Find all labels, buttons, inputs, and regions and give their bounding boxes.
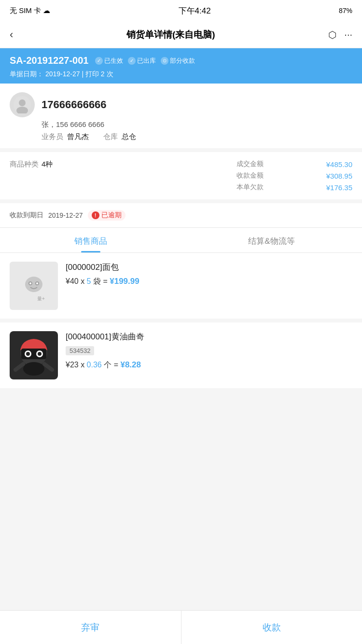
cookie-price: ¥23 [66, 361, 79, 369]
back-button[interactable]: ‹ [10, 28, 13, 41]
overdue-badge: ! 已逾期 [88, 210, 125, 221]
cancel-label: 弃审 [81, 621, 99, 634]
badge-shipped-label: 已出库 [137, 56, 156, 65]
overdue-icon: ! [92, 211, 99, 219]
svg-point-8 [36, 282, 38, 284]
cookie-total: ¥8.28 [120, 360, 141, 369]
check-icon-shipped: ✓ [128, 57, 136, 65]
received-amount-label: 收款金额 [237, 171, 264, 180]
product-name-cookie: [000400001]黄油曲奇 [66, 331, 352, 342]
nav-right: ⬡ ··· [328, 29, 352, 41]
nav-left: ‹ [10, 28, 13, 41]
product-tag-cookie: 534532 [66, 346, 94, 355]
customer-section: 17666666666 张，156 6666 6666 业务员 曾凡杰 仓库 总… [0, 84, 362, 148]
cancel-review-button[interactable]: 弃审 [0, 611, 181, 644]
print-count: 2 [101, 70, 105, 78]
badge-partial-label: 部分收款 [170, 56, 195, 65]
nav-bar: ‹ 销货单详情(来自电脑) ⬡ ··· [0, 21, 362, 48]
nav-title: 销货单详情(来自电脑) [126, 28, 215, 41]
tab-settlement-label: 结算&物流等 [248, 237, 294, 246]
product-type-row: 商品种类 4种 [10, 160, 53, 169]
svg-point-15 [26, 352, 30, 356]
battery-icon: 87% [339, 7, 352, 14]
customer-phone: 17666666666 [42, 98, 107, 111]
due-date-label: 收款到期日 [10, 211, 43, 220]
banner-row1: SA-20191227-001 ✓ 已生效 ✓ 已出库 ⊙ 部分收款 [10, 55, 352, 66]
due-date-value: 2019-12-27 [48, 211, 83, 219]
product-type-value: 4种 [42, 160, 53, 169]
badge-generated: ✓ 已生效 [95, 56, 123, 65]
sales-meta: 业务员 曾凡杰 [42, 132, 89, 141]
header-banner: SA-20191227-001 ✓ 已生效 ✓ 已出库 ⊙ 部分收款 单据日期：… [0, 48, 362, 84]
svg-point-7 [29, 282, 31, 284]
svg-point-17 [23, 362, 44, 376]
customer-sub: 张，156 6666 6666 [42, 120, 352, 129]
product-type-label: 商品种类 [10, 160, 39, 169]
trade-amount-row: 成交金额 ¥485.30 [237, 160, 352, 168]
more-icon[interactable]: ··· [344, 29, 352, 40]
svg-point-1 [19, 99, 26, 106]
cookie-qty: 0.36 [87, 361, 102, 369]
product-item-cookie: [000400001]黄油曲奇 534532 ¥23 x 0.36 个 = ¥8… [0, 322, 362, 388]
confirm-label: 收款 [263, 621, 281, 634]
bread-price: ¥40 [66, 277, 79, 285]
due-date-section: 收款到期日 2019-12-27 ! 已逾期 [0, 199, 362, 227]
stats-section: 商品种类 4种 成交金额 ¥485.30 收款金额 ¥308.95 本单欠款 ¥… [0, 148, 362, 199]
customer-row: 17666666666 [10, 92, 352, 117]
tab-sales-label: 销售商品 [74, 237, 107, 246]
share-icon[interactable]: ⬡ [328, 29, 336, 41]
badge-generated-label: 已生效 [104, 56, 123, 65]
product-thumb-cookie [10, 331, 58, 379]
banner-date-row: 单据日期： 2019-12-27 | 打印 2 次 [10, 70, 352, 79]
tab-settlement[interactable]: 结算&物流等 [181, 228, 362, 252]
warehouse-meta: 仓库 总仓 [103, 132, 136, 141]
stats-right: 成交金额 ¥485.30 收款金额 ¥308.95 本单欠款 ¥176.35 [237, 160, 352, 192]
owed-amount-row: 本单欠款 ¥176.35 [237, 183, 352, 192]
product-info-cookie: [000400001]黄油曲奇 534532 ¥23 x 0.36 个 = ¥8… [66, 331, 352, 370]
status-signal: 无 SIM 卡 ☁ [10, 6, 50, 15]
customer-avatar [10, 92, 35, 117]
status-right: 87% [339, 7, 352, 14]
bottom-bar: 弃审 收款 [0, 610, 362, 644]
product-item-bread: 量+ [0000002]面包 ¥40 x 5 袋 = ¥199.99 [0, 253, 362, 319]
bread-unit: 袋 [93, 277, 101, 285]
warehouse-label: 仓库 [103, 132, 118, 141]
print-separator: | 打印 [82, 70, 100, 78]
product-list: 量+ [0000002]面包 ¥40 x 5 袋 = ¥199.99 [0, 253, 362, 431]
bread-multiply: x [81, 277, 86, 285]
product-thumb-bread: 量+ [10, 262, 58, 310]
svg-point-16 [38, 352, 42, 356]
svg-point-4 [25, 277, 42, 292]
order-date: 2019-12-27 [45, 70, 80, 78]
bread-equals: = [103, 277, 110, 285]
cookie-equals: = [114, 361, 121, 369]
print-suffix: 次 [107, 70, 113, 78]
product-info-bread: [0000002]面包 ¥40 x 5 袋 = ¥199.99 [66, 262, 352, 287]
status-bar: 无 SIM 卡 ☁ 下午4:42 87% [0, 0, 362, 21]
tab-sales-products[interactable]: 销售商品 [0, 228, 181, 252]
overdue-label: 已逾期 [101, 211, 122, 220]
owed-amount-label: 本单欠款 [237, 183, 264, 192]
trade-amount-value: ¥485.30 [326, 160, 352, 168]
customer-meta: 业务员 曾凡杰 仓库 总仓 [42, 132, 352, 141]
thumb-placeholder-bread: 量+ [10, 262, 58, 310]
date-label: 单据日期： [10, 70, 43, 78]
banner-badges: ✓ 已生效 ✓ 已出库 ⊙ 部分收款 [95, 56, 195, 65]
order-id: SA-20191227-001 [10, 55, 88, 66]
cookie-unit: 个 [104, 361, 111, 369]
bread-qty: 5 [87, 277, 91, 285]
tab-indicator [81, 251, 100, 252]
status-time: 下午4:42 [179, 5, 211, 16]
check-icon-generated: ✓ [95, 57, 103, 65]
collect-payment-button[interactable]: 收款 [181, 611, 362, 644]
trade-amount-label: 成交金额 [237, 160, 264, 168]
stats-left: 商品种类 4种 [10, 160, 53, 169]
badge-partial: ⊙ 部分收款 [161, 56, 195, 65]
owed-amount-value: ¥176.35 [326, 183, 352, 192]
sales-person: 曾凡杰 [67, 132, 89, 141]
badge-shipped: ✓ 已出库 [128, 56, 156, 65]
sales-label: 业务员 [42, 132, 63, 141]
svg-text:量+: 量+ [37, 296, 45, 301]
bread-total: ¥199.99 [110, 277, 139, 286]
product-price-cookie: ¥23 x 0.36 个 = ¥8.28 [66, 360, 352, 370]
